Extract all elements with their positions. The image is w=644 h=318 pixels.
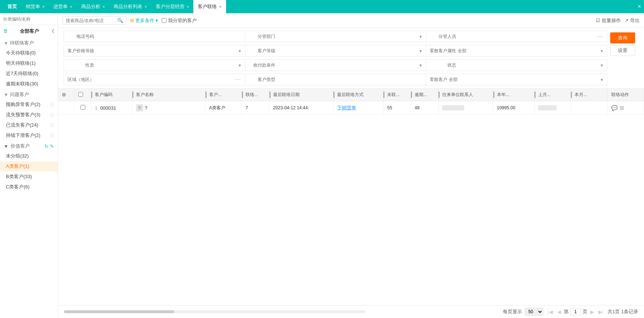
- group-pending-contact[interactable]: ▼ 待联络客户: [0, 38, 58, 48]
- more-filters-button[interactable]: ⊞ 更多条件 ▾: [130, 17, 158, 24]
- filter-icon: ⊞: [130, 18, 134, 23]
- col-code[interactable]: 客户编码: [91, 89, 132, 101]
- nav-customer-tier[interactable]: 客户分层经营 ×: [151, 0, 193, 13]
- scrollbar-thumb[interactable]: [64, 310, 174, 313]
- sidebar-item-today[interactable]: 今天待联络(0): [0, 48, 58, 58]
- chat-icon[interactable]: 💬: [611, 105, 618, 111]
- col-overdue[interactable]: 逾期...: [411, 89, 439, 101]
- col-checkbox[interactable]: [75, 89, 91, 101]
- col-last-month[interactable]: 上月...: [534, 89, 570, 101]
- export-button[interactable]: ↗ 导出: [625, 17, 640, 24]
- region-dots[interactable]: ···: [235, 76, 241, 83]
- col-this-month[interactable]: 本月...: [571, 89, 607, 101]
- nav-home[interactable]: 首页: [3, 0, 21, 13]
- batch-check-icon: ☑: [596, 18, 600, 23]
- nav-goods-analysis-close[interactable]: ×: [103, 4, 105, 9]
- nav-goods-analysis-list[interactable]: 商品分析列表 ×: [109, 0, 151, 13]
- filter-row-3: 性质 ▾ 收付款条件 ▾ 状态 ▾: [64, 60, 607, 71]
- nature-arrow[interactable]: ▾: [239, 63, 241, 68]
- nav-customer-tier-close[interactable]: ×: [187, 4, 189, 9]
- sidebar-item-class-a[interactable]: A类客户(1): [0, 161, 58, 172]
- sidebar-item-class-b[interactable]: B类客户(33): [0, 172, 58, 182]
- nav-sales-close[interactable]: ×: [42, 4, 44, 9]
- sidebar-item-churn-warning[interactable]: 流失预警客户(3) ⓘ: [0, 110, 58, 120]
- filter-row-4: 区域（地区） ··· 客户类型 零散客户 全部 ▾: [64, 74, 607, 85]
- row-name[interactable]: 图 ?: [132, 101, 205, 115]
- col-this-year[interactable]: 本年...: [493, 89, 534, 101]
- sidebar-item-churned[interactable]: 已流失客户(24) ⓘ: [0, 120, 58, 130]
- query-button[interactable]: 查询: [610, 32, 635, 43]
- customer-grade-arrow[interactable]: ▾: [419, 48, 422, 54]
- select-all-checkbox[interactable]: [78, 92, 83, 97]
- batch-operation-button[interactable]: ☑ 批量操作: [596, 17, 621, 24]
- ungrouped-label: 未分组(32): [6, 153, 54, 159]
- filter-search-icon[interactable]: 🔍: [117, 18, 123, 23]
- col-unit-contact[interactable]: 往来单位联系人: [438, 89, 493, 101]
- nav-customer-contact-close[interactable]: ×: [219, 4, 221, 9]
- retail-customer-arrow[interactable]: ▾: [601, 77, 603, 82]
- retail-attr-arrow[interactable]: ▾: [601, 48, 603, 54]
- col-last-contact-date[interactable]: 最后联络日期: [269, 89, 333, 101]
- group-problem-customers[interactable]: ▼ 问题客户: [0, 89, 58, 99]
- row-select-checkbox[interactable]: [80, 105, 85, 110]
- nav-goods-analysis-list-close[interactable]: ×: [144, 4, 147, 9]
- nav-sales-label: 销货单: [26, 3, 40, 10]
- settings-button[interactable]: 设置: [610, 45, 635, 56]
- my-customer-checkbox[interactable]: 我分管的客户: [162, 17, 197, 24]
- filter-action-buttons: 查询 设置: [607, 31, 638, 85]
- bottom-bar: 每页显示 50 100 200 |◀ ◀ 第 页 ▶ ▶| 共1页 1条记录: [58, 305, 644, 318]
- col-customer-type[interactable]: 客户...: [205, 89, 242, 101]
- first-page-button[interactable]: |◀: [546, 308, 554, 315]
- refresh-icon[interactable]: ↻: [44, 144, 49, 149]
- nav-customer-tier-label: 客户分层经营: [156, 3, 185, 10]
- all-customers-header[interactable]: ⠿ 全部客户 《: [0, 25, 58, 38]
- gear-icon[interactable]: ⚙: [62, 92, 66, 98]
- col-gear[interactable]: ⚙: [58, 89, 75, 101]
- last-page-button[interactable]: ▶|: [597, 308, 605, 315]
- row-checkbox[interactable]: [75, 101, 91, 115]
- nav-customer-contact[interactable]: 客户联络 ×: [193, 0, 226, 13]
- sidebar-search-input[interactable]: [3, 17, 58, 22]
- col-not-contacted[interactable]: 未联...: [383, 89, 411, 101]
- export-icon: ↗: [625, 18, 629, 23]
- sidebar-item-class-c[interactable]: C类客户(6): [0, 182, 58, 192]
- horizontal-scrollbar[interactable]: [64, 310, 365, 313]
- price-grade-arrow[interactable]: ▾: [239, 48, 241, 54]
- last-contact-method-link[interactable]: 下销货单: [337, 105, 356, 110]
- col-last-contact-method[interactable]: 最后联络方式: [333, 89, 383, 101]
- sidebar-item-overdue[interactable]: 逾期未联络(30): [0, 79, 58, 89]
- nature-label: 性质: [68, 62, 97, 68]
- page-size-select[interactable]: 50 100 200: [525, 308, 543, 316]
- close-all-button[interactable]: ×: [638, 3, 641, 10]
- sidebar-search-bar: 🔍: [0, 13, 58, 25]
- sidebar-item-hoarding[interactable]: 囤购异常客户(2) ⓘ: [0, 99, 58, 110]
- col-contact-count[interactable]: 联络...: [242, 89, 269, 101]
- row-last-contact-date: 2023-04-12 14:44:: [269, 101, 333, 115]
- prev-page-button[interactable]: ◀: [556, 308, 562, 315]
- row-this-month: [571, 101, 607, 115]
- nav-purchase[interactable]: 进货单 ×: [49, 0, 76, 13]
- nav-purchase-close[interactable]: ×: [70, 4, 72, 9]
- my-customer-check[interactable]: [162, 18, 167, 23]
- status-arrow[interactable]: ▾: [601, 63, 603, 68]
- person-dots[interactable]: ···: [597, 33, 603, 40]
- nav-goods-analysis[interactable]: 商品分析 ×: [77, 0, 109, 13]
- payment-arrow[interactable]: ▾: [419, 63, 422, 68]
- sidebar-item-declining[interactable]: 持续下滑客户(2) ⓘ: [0, 130, 58, 141]
- filter-row-1: 电话号码 分管部门 ▾ 分管人员 ···: [64, 31, 607, 42]
- nav-sales[interactable]: 销货单 ×: [21, 0, 49, 13]
- price-grade-label: 客户价格等级: [68, 48, 97, 54]
- group-value-arrow[interactable]: ▼: [4, 144, 8, 149]
- sidebar-item-tomorrow[interactable]: 明天待联络(1): [0, 58, 58, 68]
- sidebar-collapse-icon[interactable]: 《: [50, 28, 54, 35]
- col-name[interactable]: 客户名称: [132, 89, 205, 101]
- row-last-contact-method[interactable]: 下销货单: [333, 101, 383, 115]
- filter-search-input[interactable]: [66, 18, 117, 23]
- sidebar-item-7days[interactable]: 近7天待联络(0): [0, 68, 58, 79]
- dept-arrow[interactable]: ▾: [419, 34, 422, 39]
- sidebar-item-ungrouped[interactable]: 未分组(32): [0, 151, 58, 161]
- page-number-input[interactable]: [570, 308, 581, 315]
- qr-icon[interactable]: ⊞: [620, 105, 624, 111]
- edit-icon[interactable]: ✎: [50, 144, 54, 149]
- next-page-button[interactable]: ▶: [589, 308, 595, 315]
